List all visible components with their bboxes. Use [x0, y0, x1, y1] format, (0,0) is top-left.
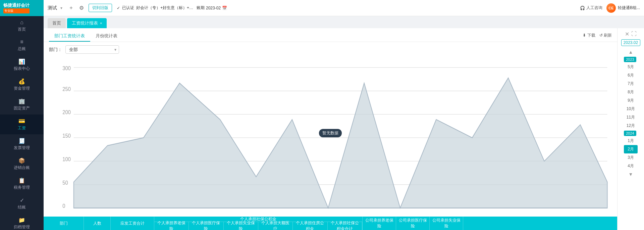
settings-icon[interactable]: ⚙	[78, 4, 85, 12]
period-value: 2023-02	[206, 6, 221, 10]
sidebar-item-trade[interactable]: 📦进销台账	[0, 154, 44, 174]
sidebar-item-home[interactable]: ⌂首页	[0, 16, 44, 36]
invoice-icon: 🧾	[18, 138, 25, 144]
col-company-unemployment: 公司承担失业保险	[430, 217, 463, 230]
group-personal-insurance: 个人承担社保公积金 个人承担养老保险 个人承担医疗保险 个人承担失业保险 个人承…	[154, 217, 363, 230]
support-button[interactable]: 🎧 人工咨询	[580, 5, 602, 11]
topbar: 测试 ▾ ＋ ⚙ 切到旧版 ✓ 已认证 好会计（专）+好生意（标）+… 账期 2…	[44, 0, 644, 16]
panel-nav: ▲ 20235月6月7月8月9月10月11月12月20241月2月3月4月 ▼	[618, 48, 644, 178]
subtab-monthly[interactable]: 月份统计表	[90, 31, 123, 42]
sidebar-label-reports: 报表中心	[14, 66, 30, 72]
tab-salary-report[interactable]: 工资统计报表×	[67, 18, 107, 28]
panel-controls: ✕ ⛶	[625, 31, 637, 37]
old-mode-button[interactable]: 切到旧版	[89, 4, 112, 12]
sidebar-label-capital: 资金管理	[14, 86, 30, 91]
sidebar-label-trade: 进销台账	[14, 165, 30, 171]
month-12月[interactable]: 12月	[624, 122, 638, 130]
col-personal-unemployment: 个人承担失业保险	[224, 222, 258, 230]
sidebar-item-salary[interactable]: 💳工资	[0, 114, 44, 134]
col-company-medical: 公司承担医疗保险	[396, 217, 430, 230]
sidebar-item-invoice[interactable]: 🧾发票管理	[0, 134, 44, 154]
sidebar-label-archive: 归档管理	[14, 224, 30, 230]
svg-text:150: 150	[62, 133, 71, 139]
add-button[interactable]: ＋	[67, 4, 75, 12]
sidebar-label-salary: 工资	[18, 125, 26, 131]
sidebar-item-close[interactable]: ✓结账	[0, 194, 44, 214]
month-3月[interactable]: 3月	[624, 153, 638, 162]
logo-badge: 专业版	[3, 8, 30, 13]
sidebar-label-home: 首页	[18, 27, 26, 32]
month-1月[interactable]: 1月	[624, 137, 638, 145]
col-personal-medical: 个人承担医疗保险	[189, 222, 223, 230]
chart-area: 0 50 100 150 200 250 300	[44, 57, 617, 217]
sidebar-item-capital[interactable]: 💰资金管理	[0, 75, 44, 95]
col-headcount: 人数	[84, 217, 111, 230]
main-area: 测试 ▾ ＋ ⚙ 切到旧版 ✓ 已认证 好会计（专）+好生意（标）+… 账期 2…	[44, 0, 644, 230]
sidebar-label-tax: 税务管理	[14, 185, 30, 190]
month-6月[interactable]: 6月	[624, 71, 638, 80]
user-menu[interactable]: CE 轻捷通B组...	[606, 3, 640, 13]
sidebar-label-ledger: 总账	[18, 46, 26, 52]
company-name: 测试	[48, 5, 57, 11]
download-button[interactable]: ⬇ 下载	[583, 33, 595, 38]
table-footer: 部门 人数 应发工资合计 个人承担社保公积金 个人承担养老保险 个人承担医疗保险	[44, 217, 617, 230]
tab-home[interactable]: 首页	[48, 18, 66, 28]
dept-select-wrapper: 全部 财务部 销售部 行政部 技术部	[65, 45, 119, 54]
month-5月[interactable]: 5月	[624, 63, 638, 71]
content: 部门工资统计表 月份统计表 ⬇ 下载 ↺ 刷新 部门： 全部 财务部 销售部	[44, 28, 617, 230]
month-10月[interactable]: 10月	[624, 105, 638, 113]
panel-up-chevron[interactable]: ▲	[627, 48, 635, 56]
expand-panel-button[interactable]: ⛶	[631, 31, 637, 37]
svg-text:200: 200	[62, 109, 71, 116]
sidebar-item-tax[interactable]: 📋税务管理	[0, 174, 44, 194]
month-9月[interactable]: 9月	[624, 96, 638, 105]
capital-icon: 💰	[18, 78, 25, 85]
company-dropdown-arrow[interactable]: ▾	[60, 6, 62, 10]
sidebar-item-ledger[interactable]: ≡总账	[0, 36, 44, 55]
headset-icon: 🎧	[580, 6, 585, 10]
content-main: 部门工资统计表 月份统计表 ⬇ 下载 ↺ 刷新 部门： 全部 财务部 销售部	[44, 28, 617, 230]
user-name: 轻捷通B组...	[618, 5, 640, 11]
sidebar-label-assets: 固定资产	[14, 105, 30, 111]
month-11月[interactable]: 11月	[624, 113, 638, 122]
sidebar: 畅捷通好会计 专业版 ⌂首页≡总账📊报表中心💰资金管理🏢固定资产💳工资🧾发票管理…	[0, 0, 44, 230]
subtab-dept[interactable]: 部门工资统计表	[49, 31, 90, 42]
tags: 好会计（专）+好生意（标）+…	[136, 5, 193, 11]
sidebar-item-reports[interactable]: 📊报表中心	[0, 55, 44, 75]
month-7月[interactable]: 7月	[624, 80, 638, 88]
archive-icon: 📁	[18, 217, 25, 223]
topbar-status: ✓ 已认证 好会计（专）+好生意（标）+…	[117, 5, 193, 11]
right-panel: ✕ ⛶ 2023.02 ▲ 20235月6月7月8月9月10月11月12月202…	[617, 28, 644, 230]
col-total-salary: 应发工资合计	[111, 217, 154, 230]
svg-text:50: 50	[62, 180, 68, 186]
sidebar-logo: 畅捷通好会计 专业版	[0, 0, 44, 16]
close-icon: ✓	[20, 197, 24, 203]
sidebar-item-assets[interactable]: 🏢固定资产	[0, 95, 44, 114]
dept-filter-label: 部门：	[49, 47, 62, 53]
topbar-actions: ＋ ⚙	[67, 4, 85, 12]
dept-select[interactable]: 全部 财务部 销售部 行政部 技术部	[65, 45, 119, 54]
month-2月[interactable]: 2月	[624, 145, 638, 153]
tabbar: 首页工资统计报表×	[44, 16, 644, 28]
col-personal-pension: 个人承担养老保险	[154, 222, 189, 230]
reports-icon: 📊	[18, 58, 25, 65]
calendar-icon[interactable]: 📅	[222, 6, 227, 10]
chart-svg: 0 50 100 150 200 250 300	[49, 57, 612, 213]
panel-down-chevron[interactable]: ▼	[627, 170, 635, 178]
topbar-period: 账期 2023-02 📅	[197, 5, 227, 11]
col-personal-total: 个人承担社保公积金合计	[328, 222, 362, 230]
period-label: 账期	[197, 5, 205, 11]
avatar: CE	[606, 3, 616, 13]
sidebar-label-invoice: 发票管理	[14, 145, 30, 151]
sidebar-item-archive[interactable]: 📁归档管理	[0, 214, 44, 230]
svg-text:0: 0	[62, 203, 65, 209]
tab-close-salary-report[interactable]: ×	[100, 21, 102, 25]
refresh-button[interactable]: ↺ 刷新	[599, 33, 612, 38]
tax-icon: 📋	[18, 177, 25, 184]
month-4月[interactable]: 4月	[624, 162, 638, 170]
chart-container: 0 50 100 150 200 250 300	[49, 57, 612, 213]
year-2024: 2024	[624, 131, 636, 136]
month-8月[interactable]: 8月	[624, 88, 638, 96]
status-text: 已认证	[122, 5, 134, 11]
close-panel-button[interactable]: ✕	[625, 31, 629, 37]
